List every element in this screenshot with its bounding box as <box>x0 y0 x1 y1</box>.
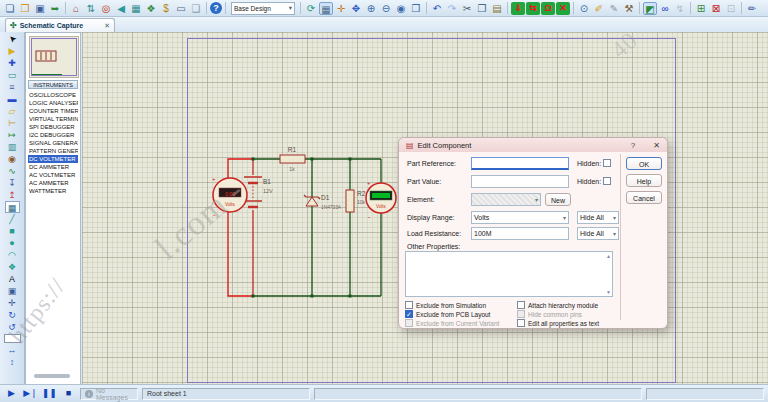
rotate-ccw-icon[interactable]: ↺ <box>5 321 20 333</box>
ok-button[interactable]: OK <box>626 157 662 170</box>
display-range-hide-combo[interactable]: Hide All ▾ <box>577 211 619 224</box>
vsm-monitor-icon[interactable]: ▦ <box>129 2 143 15</box>
bus-mode-icon[interactable]: ▬ <box>5 93 20 105</box>
hidden-checkbox-1[interactable] <box>603 159 611 167</box>
design-selector[interactable]: Base Design▾ <box>231 2 295 15</box>
property-assignment-icon[interactable]: ✎ <box>607 2 621 15</box>
scroll-down-icon[interactable]: ▼ <box>606 289 611 295</box>
library-icon[interactable]: ❖ <box>144 2 158 15</box>
console-icon[interactable]: ▭ <box>174 2 188 15</box>
rotation-angle-field[interactable] <box>4 334 21 343</box>
stop-button[interactable]: ■ <box>61 387 76 400</box>
graph-mode-icon[interactable]: ▥ <box>5 141 20 153</box>
instrument-item-ac-ammeter[interactable]: AC AMMETER <box>28 179 78 187</box>
design-tools-icon[interactable]: ⚒ <box>622 2 636 15</box>
copy-icon[interactable]: ❐ <box>475 2 489 15</box>
cut-icon[interactable]: ✂ <box>460 2 474 15</box>
hidden-checkbox-2[interactable] <box>603 177 611 185</box>
instrument-item-counter-timer[interactable]: COUNTER TIMER <box>28 107 78 115</box>
2d-line-icon[interactable]: ╱ <box>5 213 20 225</box>
zoom-all-icon[interactable]: ◉ <box>394 2 408 15</box>
schematic-overview[interactable] <box>29 36 79 78</box>
step-button[interactable]: ▶❘ <box>23 387 38 400</box>
help-icon[interactable]: ? <box>210 2 222 14</box>
search-icon[interactable]: ⊙ <box>577 2 591 15</box>
zoom-out-icon[interactable]: ⊖ <box>379 2 393 15</box>
instrument-item-spi-debugger[interactable]: SPI DEBUGGER <box>28 123 78 131</box>
tape-recorder-mode-icon[interactable]: ◉ <box>5 153 20 165</box>
block-copy-icon[interactable]: ⇓ <box>511 2 525 15</box>
wire-label-mode-icon[interactable]: ▭ <box>5 69 20 81</box>
mirror-vertical-icon[interactable]: ↕ <box>5 356 20 368</box>
zoom-in-icon[interactable]: ⊕ <box>364 2 378 15</box>
2d-text-icon[interactable]: A <box>5 273 20 285</box>
bom-icon[interactable]: $ <box>159 2 173 15</box>
property-wand-icon[interactable]: ✐ <box>592 2 606 15</box>
home-page-icon[interactable]: ⌂ <box>69 2 83 15</box>
junction-dot-mode-icon[interactable]: ✚ <box>5 57 20 69</box>
instrument-item-i2c-debugger[interactable]: I2C DEBUGGER <box>28 131 78 139</box>
load-resistance-input[interactable] <box>471 227 569 240</box>
open-design-icon[interactable]: ❐ <box>18 2 32 15</box>
undo-icon[interactable]: ↶ <box>430 2 444 15</box>
part-value-input[interactable] <box>471 175 569 188</box>
2d-marker-icon[interactable]: ✛ <box>5 297 20 309</box>
pan-icon[interactable]: ✥ <box>349 2 363 15</box>
zoom-area-icon[interactable]: ❒ <box>409 2 423 15</box>
element-new-button[interactable]: New <box>545 193 571 206</box>
instrument-item-virtual-terminal[interactable]: VIRTUAL TERMINAL <box>28 115 78 123</box>
instrument-item-ac-voltmeter[interactable]: AC VOLTMETER <box>28 171 78 179</box>
part-reference-input[interactable] <box>471 157 569 170</box>
new-design-icon[interactable]: ❏ <box>3 2 17 15</box>
help-button[interactable]: Help <box>626 174 662 187</box>
2d-circle-icon[interactable]: ● <box>5 237 20 249</box>
add-root-sheet-icon[interactable]: ⊞ <box>694 2 708 15</box>
edit-design-properties-icon[interactable]: ✏ <box>745 2 759 15</box>
grid-toggle-icon[interactable]: ▦ <box>319 2 333 15</box>
other-properties-textarea[interactable]: ▲ ▼ <box>405 251 613 297</box>
instrument-item-oscilloscope[interactable]: OSCILLOSCOPE <box>28 91 78 99</box>
save-design-icon[interactable]: ▣ <box>33 2 47 15</box>
tab-schematic-capture[interactable]: ✣ Schematic Capture ✕ <box>5 18 115 32</box>
subcircuit-mode-icon[interactable]: ▱ <box>5 105 20 117</box>
checkbox-row-attach-hierarchy-module-checkbox[interactable] <box>517 301 525 309</box>
checkbox-row-exclude-from-simulation-checkbox[interactable] <box>405 301 413 309</box>
cancel-button[interactable]: Cancel <box>626 191 662 204</box>
new-sheet-icon[interactable]: ⇅ <box>84 2 98 15</box>
block-move-icon[interactable]: ⇆ <box>526 2 540 15</box>
instrument-item-dc-voltmeter[interactable]: DC VOLTMETER <box>28 155 78 163</box>
design-explorer-icon[interactable]: ◩ <box>643 2 657 15</box>
import-design-icon[interactable]: ➥ <box>48 2 62 15</box>
tab-close-icon[interactable]: ✕ <box>104 22 110 30</box>
2d-symbol-icon[interactable]: ▣ <box>5 285 20 297</box>
instrument-item-logic-analyser[interactable]: LOGIC ANALYSER <box>28 99 78 107</box>
checkbox-row-exclude-from-pcb-layout-checkbox[interactable]: ✓ <box>405 310 413 318</box>
instrument-item-signal-generator[interactable]: SIGNAL GENERATOR <box>28 139 78 147</box>
pause-button[interactable]: ❚❚ <box>42 387 57 400</box>
dialog-close-icon[interactable]: ✕ <box>653 141 660 150</box>
dialog-help-icon[interactable]: ? <box>631 141 635 150</box>
origin-icon[interactable]: ✛ <box>334 2 348 15</box>
current-probe-mode-icon[interactable]: ↥ <box>5 189 20 201</box>
2d-path-icon[interactable]: ❖ <box>5 261 20 273</box>
block-delete-icon[interactable]: ✕ <box>556 2 570 15</box>
audio-icon[interactable]: ◀ <box>114 2 128 15</box>
load-resistance-hide-combo[interactable]: Hide All ▾ <box>577 227 619 240</box>
2d-box-icon[interactable]: ■ <box>5 225 20 237</box>
2d-arc-icon[interactable]: ◠ <box>5 249 20 261</box>
block-rotate-icon[interactable]: Ω <box>541 2 555 15</box>
mirror-horizontal-icon[interactable]: ↔ <box>5 344 20 356</box>
paste-icon[interactable]: ▤ <box>490 2 504 15</box>
play-button[interactable]: ▶ <box>4 387 19 400</box>
instrument-item-dc-ammeter[interactable]: DC AMMETER <box>28 163 78 171</box>
zoom-to-marker-icon[interactable]: ◎ <box>99 2 113 15</box>
message-panel[interactable]: i No Messages <box>80 388 138 400</box>
remove-sheet-icon[interactable]: ⊠ <box>709 2 723 15</box>
object-selector-scrollbar[interactable] <box>34 374 70 378</box>
generator-mode-icon[interactable]: ∿ <box>5 165 20 177</box>
text-script-mode-icon[interactable]: ≡ <box>5 81 20 93</box>
checkbox-row-edit-all-properties-as-text-checkbox[interactable] <box>517 319 525 327</box>
instrument-item-wattmeter[interactable]: WATTMETER <box>28 187 78 195</box>
voltage-probe-mode-icon[interactable]: ↧ <box>5 177 20 189</box>
notes-icon[interactable]: ❑ <box>189 2 203 15</box>
